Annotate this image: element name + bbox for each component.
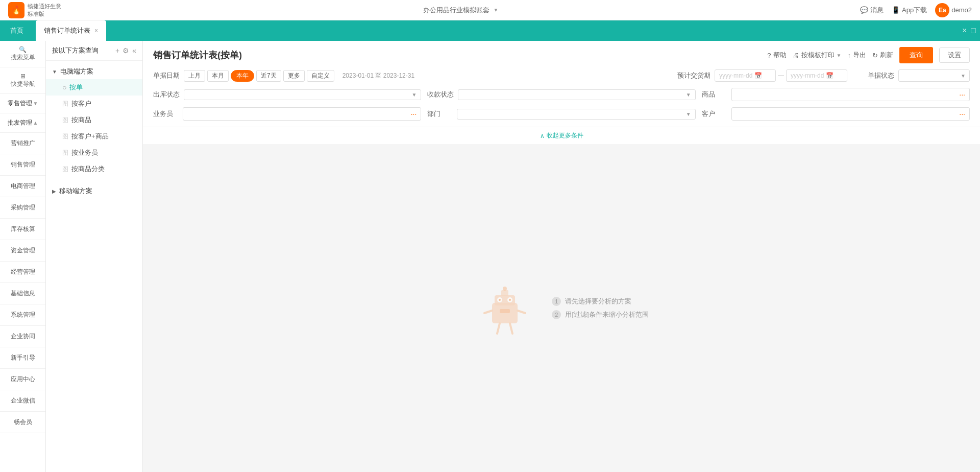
empty-content: 1 请先选择要分析的方案 2 用[过滤]条件来缩小分析范围 bbox=[474, 277, 648, 339]
settings-button[interactable]: 设置 bbox=[939, 48, 970, 63]
scheme-item-icon-customer: 图 bbox=[62, 100, 68, 108]
help-btn[interactable]: ? 帮助 bbox=[767, 51, 786, 60]
scheme-settings-icon[interactable]: ⚙ bbox=[122, 46, 129, 55]
sidebar-item-onboarding[interactable]: 新手引导 bbox=[0, 347, 45, 369]
empty-state: 1 请先选择要分析的方案 2 用[过滤]条件来缩小分析范围 bbox=[143, 144, 980, 472]
customer-input[interactable]: ··· bbox=[731, 107, 970, 121]
filter-row-3: 业务员 ··· 部门 ▼ bbox=[153, 107, 970, 121]
topbar: 🔥 畅捷通好生意 标准版 办公用品行业模拟账套 ▼ 💬 消息 📱 App下载 E… bbox=[0, 0, 980, 20]
scheme-item-by-customer-goods[interactable]: 图 按客户+商品 bbox=[46, 128, 142, 145]
scheme-item-by-order[interactable]: ○ 按单 bbox=[46, 79, 142, 96]
customer-label: 客户 bbox=[702, 109, 727, 119]
scheme-item-by-customer[interactable]: 图 按客户 bbox=[46, 96, 142, 112]
product-dropdown-icon[interactable]: ▼ bbox=[494, 7, 499, 13]
collapse-bar[interactable]: ∧ 收起更多条件 bbox=[143, 127, 980, 144]
payment-status-input[interactable]: ▼ bbox=[458, 89, 695, 100]
sidebar-item-corp-collab[interactable]: 企业协同 bbox=[0, 326, 45, 347]
scheme-header: 按以下方案查询 + ⚙ « bbox=[46, 41, 142, 61]
refresh-icon: ↻ bbox=[872, 52, 878, 59]
app-download-icon: 📱 bbox=[892, 6, 900, 14]
sidebar-item-marketing[interactable]: 营销推广 bbox=[0, 133, 45, 154]
date-btn-custom[interactable]: 自定义 bbox=[307, 70, 334, 82]
sidebar-item-basic-info[interactable]: 基础信息 bbox=[0, 283, 45, 304]
department-label: 部门 bbox=[427, 109, 453, 119]
help-icon: ? bbox=[767, 52, 771, 59]
status-select[interactable] bbox=[898, 69, 970, 82]
scheme-item-icon-order: ○ bbox=[62, 83, 66, 91]
customer-dots-icon[interactable]: ··· bbox=[959, 110, 965, 118]
sidebar-item-member[interactable]: 畅会员 bbox=[0, 412, 45, 433]
step-num-1: 1 bbox=[552, 297, 561, 306]
sidebar-item-retail[interactable]: 零售管理 ▼ bbox=[0, 94, 45, 113]
sidebar-quick-nav[interactable]: ⊞ 快捷导航 bbox=[0, 67, 45, 94]
payment-status-label: 收款状态 bbox=[427, 90, 454, 99]
sidebar-item-finance[interactable]: 资金管理 bbox=[0, 240, 45, 262]
scheme-collapse-icon[interactable]: « bbox=[132, 46, 136, 55]
refresh-btn[interactable]: ↻ 刷新 bbox=[872, 51, 893, 60]
scheme-section-mobile-title[interactable]: ▶ 移动端方案 bbox=[46, 183, 142, 199]
date-btn-7days[interactable]: 近7天 bbox=[256, 70, 281, 82]
tab-active[interactable]: 销售订单统计表 × bbox=[36, 20, 106, 41]
delivery-status-input[interactable]: ▼ bbox=[184, 89, 421, 100]
logo-icon: 🔥 bbox=[8, 2, 24, 18]
message-btn[interactable]: 💬 消息 bbox=[860, 6, 884, 15]
svg-line-10 bbox=[510, 323, 512, 334]
product-name: 办公用品行业模拟账套 bbox=[423, 6, 489, 15]
sidebar-item-ecommerce[interactable]: 电商管理 bbox=[0, 176, 45, 197]
sidebar-item-sales[interactable]: 销售管理 bbox=[0, 154, 45, 176]
main-layout: 🔍 搜索菜单 ⊞ 快捷导航 零售管理 ▼ 批发管理 ▲ 营销推广 销售管理 电商… bbox=[0, 41, 980, 472]
status-select-wrapper bbox=[898, 69, 970, 82]
window-close-icon[interactable]: × bbox=[962, 26, 967, 35]
department-input[interactable]: ▼ bbox=[457, 109, 695, 120]
sidebar-item-management[interactable]: 经营管理 bbox=[0, 262, 45, 283]
sidebar-item-enterprise-wechat[interactable]: 企业微信 bbox=[0, 390, 45, 412]
sidebar-item-purchase[interactable]: 采购管理 bbox=[0, 197, 45, 219]
delivery-date-from: yyyy-mm-dd 📅 — yyyy-mm-dd 📅 bbox=[715, 69, 847, 82]
tab-home[interactable]: 首页 bbox=[0, 20, 34, 41]
tabbar-right: × □ bbox=[962, 26, 980, 35]
delivery-date-start-input[interactable]: yyyy-mm-dd 📅 bbox=[715, 69, 776, 82]
export-icon: ↑ bbox=[848, 52, 851, 59]
date-separator: — bbox=[778, 72, 784, 79]
product-name-area[interactable]: 办公用品行业模拟账套 ▼ bbox=[423, 6, 499, 15]
window-maximize-icon[interactable]: □ bbox=[971, 26, 976, 35]
salesperson-label: 业务员 bbox=[153, 109, 179, 119]
scheme-add-icon[interactable]: + bbox=[115, 46, 119, 55]
template-print-arrow: ▼ bbox=[837, 53, 842, 58]
goods-input[interactable]: ··· bbox=[731, 88, 970, 101]
scheme-item-by-category[interactable]: 图 按商品分类 bbox=[46, 161, 142, 177]
date-btn-more[interactable]: 更多 bbox=[283, 70, 305, 82]
scheme-item-by-salesperson[interactable]: 图 按业务员 bbox=[46, 145, 142, 161]
scheme-item-by-goods[interactable]: 图 按商品 bbox=[46, 112, 142, 128]
filter-inner: 销售订单统计表(按单) ? 帮助 🖨 按模板打印 ▼ bbox=[143, 41, 980, 127]
status-filter-label: 单据状态 bbox=[868, 71, 894, 80]
sidebar-search[interactable]: 🔍 搜索菜单 bbox=[0, 41, 45, 67]
template-print-btn[interactable]: 🖨 按模板打印 ▼ bbox=[793, 51, 842, 60]
sidebar-item-app-center[interactable]: 应用中心 bbox=[0, 369, 45, 390]
date-filter-buttons: 上月 本月 本年 近7天 更多 自定义 bbox=[184, 70, 334, 82]
svg-point-5 bbox=[509, 299, 511, 301]
scheme-section-mobile: ▶ 移动端方案 bbox=[46, 180, 142, 202]
user-area[interactable]: Ea demo2 bbox=[935, 3, 972, 17]
goods-dots-icon[interactable]: ··· bbox=[959, 90, 965, 99]
sidebar-item-inventory[interactable]: 库存核算 bbox=[0, 219, 45, 240]
sidebar-item-wholesale[interactable]: 批发管理 ▲ bbox=[0, 113, 45, 133]
tab-close-icon[interactable]: × bbox=[94, 27, 98, 34]
scheme-item-icon-sp: 图 bbox=[62, 149, 68, 157]
export-btn[interactable]: ↑ 导出 bbox=[848, 51, 867, 60]
step-1-text: 请先选择要分析的方案 bbox=[565, 297, 631, 306]
delivery-date-end-input[interactable]: yyyy-mm-dd 📅 bbox=[786, 69, 847, 82]
query-button[interactable]: 查询 bbox=[899, 47, 933, 63]
salesperson-dots-icon[interactable]: ··· bbox=[411, 110, 417, 118]
customer-cell: 客户 ··· bbox=[702, 107, 970, 121]
message-icon: 💬 bbox=[860, 6, 868, 14]
app-download-btn[interactable]: 📱 App下载 bbox=[892, 6, 927, 15]
scheme-item-icon-cg: 图 bbox=[62, 132, 68, 141]
sidebar-item-system[interactable]: 系统管理 bbox=[0, 304, 45, 326]
salesperson-input[interactable]: ··· bbox=[183, 107, 421, 121]
date-btn-this-month[interactable]: 本月 bbox=[207, 70, 229, 82]
report-actions: ? 帮助 🖨 按模板打印 ▼ ↑ 导出 bbox=[767, 47, 970, 63]
date-btn-this-year[interactable]: 本年 bbox=[231, 70, 254, 82]
scheme-section-desktop-title[interactable]: ▼ 电脑端方案 bbox=[46, 64, 142, 79]
date-btn-last-month[interactable]: 上月 bbox=[184, 70, 205, 82]
